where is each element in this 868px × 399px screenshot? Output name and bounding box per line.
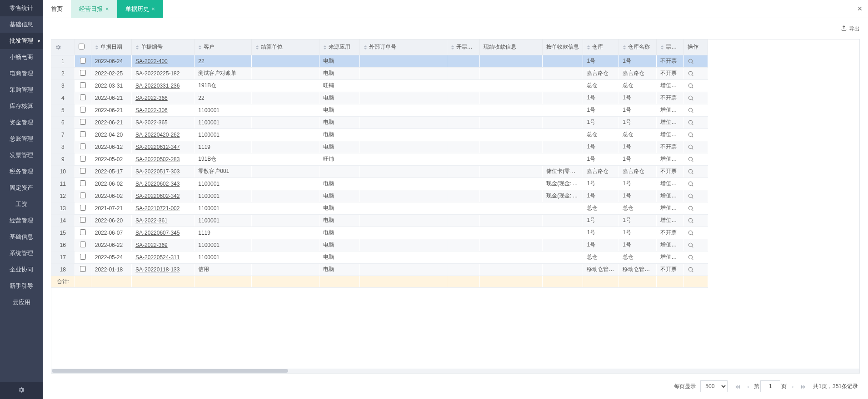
- sidebar-item-12[interactable]: 工资: [0, 196, 43, 212]
- doc-link[interactable]: SA-2022-361: [135, 217, 168, 224]
- table-row[interactable]: 142022-06-20SA-2022-3611100001电脑1号1号增值税专: [51, 214, 708, 227]
- row-checkbox[interactable]: [80, 70, 86, 76]
- table-row[interactable]: 22022-02-25SA-20220225-182测试客户对账单电脑嘉言路仓嘉…: [51, 67, 708, 79]
- row-checkbox[interactable]: [80, 156, 86, 162]
- column-header-ext_order[interactable]: 外部订单号: [360, 39, 447, 55]
- table-row[interactable]: 182022-01-18SA-20220118-133信用电脑移动仓管拣...移…: [51, 263, 708, 276]
- doc-link[interactable]: SA-20220517-303: [135, 168, 180, 175]
- table-row[interactable]: 152022-06-07SA-20220607-3451119电脑1号1号不开票: [51, 227, 708, 239]
- row-checkbox[interactable]: [80, 168, 86, 174]
- column-header-doc_date[interactable]: 单据日期: [91, 39, 131, 55]
- view-row-button[interactable]: [688, 119, 694, 125]
- column-header-doc_no[interactable]: 单据编号: [132, 39, 195, 55]
- table-row[interactable]: 162022-06-22SA-2022-3691100001电脑1号1号增值税专: [51, 239, 708, 251]
- row-checkbox[interactable]: [80, 58, 86, 64]
- table-row[interactable]: 122022-06-02SA-20220602-3421100001电脑现金(现…: [51, 190, 708, 202]
- view-row-button[interactable]: [688, 143, 694, 150]
- row-checkbox[interactable]: [80, 143, 86, 149]
- close-icon[interactable]: ×: [105, 5, 109, 12]
- sidebar-item-11[interactable]: 固定资产: [0, 180, 43, 196]
- doc-link[interactable]: SA-20220602-343: [135, 181, 180, 187]
- sort-icon[interactable]: [255, 45, 259, 49]
- sidebar-item-3[interactable]: 小畅电商: [0, 49, 43, 65]
- next-page-button[interactable]: ›: [788, 381, 798, 391]
- doc-link[interactable]: SA-20220607-345: [135, 230, 180, 236]
- view-row-button[interactable]: [688, 241, 694, 248]
- export-button[interactable]: 导出: [841, 25, 860, 33]
- column-header-src_app[interactable]: 来源应用: [319, 39, 359, 55]
- table-row[interactable]: 62022-06-21SA-2022-3651100001电脑1号1号增值税专: [51, 116, 708, 128]
- tab-2[interactable]: 单据历史×: [117, 0, 164, 18]
- table-row[interactable]: 72022-04-20SA-20220420-2621100001电脑总仓总仓增…: [51, 128, 708, 141]
- row-checkbox[interactable]: [80, 180, 86, 186]
- table-row[interactable]: 52022-06-21SA-2022-3061100001电脑1号1号增值税专: [51, 104, 708, 116]
- sort-icon[interactable]: [198, 45, 202, 49]
- sidebar-item-5[interactable]: 采购管理: [0, 82, 43, 98]
- prev-page-button[interactable]: ‹: [743, 381, 753, 391]
- table-row[interactable]: 42022-06-21SA-2022-36622电脑1号1号不开票: [51, 92, 708, 104]
- view-row-button[interactable]: [688, 107, 694, 113]
- table-row[interactable]: 112022-06-02SA-20220602-3431100001电脑现金(现…: [51, 177, 708, 190]
- row-checkbox[interactable]: [80, 192, 86, 198]
- row-checkbox[interactable]: [80, 254, 86, 260]
- sidebar-item-15[interactable]: 系统管理: [0, 245, 43, 261]
- view-row-button[interactable]: [688, 82, 694, 89]
- select-all-checkbox[interactable]: [79, 44, 85, 49]
- sidebar-item-0[interactable]: 零售统计: [0, 0, 43, 16]
- sidebar-item-16[interactable]: 企业协同: [0, 261, 43, 278]
- doc-link[interactable]: SA-20220524-311: [135, 254, 180, 261]
- tab-1[interactable]: 经营日报×: [71, 0, 117, 18]
- column-header-invoice_date[interactable]: 开票日期: [447, 39, 479, 55]
- horizontal-scrollbar[interactable]: [51, 369, 859, 373]
- doc-link[interactable]: SA-2022-369: [135, 242, 168, 248]
- sidebar-item-6[interactable]: 库存核算: [0, 98, 43, 114]
- view-row-button[interactable]: [688, 192, 694, 199]
- sort-icon[interactable]: [660, 45, 664, 49]
- tab-0[interactable]: 首页: [43, 0, 71, 18]
- view-row-button[interactable]: [688, 229, 694, 236]
- column-header-customer[interactable]: 客户: [195, 39, 252, 55]
- view-row-button[interactable]: [688, 168, 694, 174]
- table-row[interactable]: 132021-07-21SA-20210721-0021100001电脑总仓总仓…: [51, 202, 708, 214]
- table-row[interactable]: 32022-03-31SA-20220331-236191B仓旺铺总仓总仓增值税…: [51, 79, 708, 92]
- sort-icon[interactable]: [135, 45, 139, 49]
- sort-icon[interactable]: [587, 45, 590, 49]
- doc-link[interactable]: SA-20210721-002: [135, 205, 180, 212]
- row-checkbox[interactable]: [80, 217, 86, 223]
- view-row-button[interactable]: [688, 254, 694, 260]
- sidebar-item-17[interactable]: 新手引导: [0, 278, 43, 294]
- sidebar-item-8[interactable]: 总账管理: [0, 131, 43, 147]
- doc-link[interactable]: SA-2022-366: [135, 95, 168, 101]
- sidebar-item-7[interactable]: 资金管理: [0, 114, 43, 131]
- first-page-button[interactable]: ⏮: [732, 381, 742, 391]
- row-checkbox[interactable]: [80, 241, 86, 247]
- doc-link[interactable]: SA-2022-400: [135, 58, 168, 64]
- view-row-button[interactable]: [688, 217, 694, 223]
- view-row-button[interactable]: [688, 94, 694, 101]
- sidebar-item-13[interactable]: 经营管理: [0, 212, 43, 229]
- column-header-cash_info[interactable]: 现结收款信息: [479, 39, 542, 55]
- sidebar-item-1[interactable]: 基础信息: [0, 16, 43, 33]
- page-number-input[interactable]: [760, 380, 780, 392]
- doc-link[interactable]: SA-20220225-182: [135, 70, 180, 77]
- table-row[interactable]: 172022-05-24SA-20220524-3111100001电脑总仓总仓…: [51, 251, 708, 263]
- table-row[interactable]: 82022-06-12SA-20220612-3471119电脑1号1号不开票: [51, 141, 708, 153]
- view-row-button[interactable]: [688, 180, 694, 187]
- row-checkbox[interactable]: [80, 82, 86, 88]
- sidebar-item-9[interactable]: 发票管理: [0, 147, 43, 163]
- sort-icon[interactable]: [364, 45, 367, 49]
- sort-icon[interactable]: [95, 45, 99, 49]
- doc-link[interactable]: SA-20220118-133: [135, 266, 180, 273]
- column-header-by_bill[interactable]: 按单收款信息: [543, 39, 583, 55]
- sidebar-item-10[interactable]: 税务管理: [0, 163, 43, 180]
- doc-link[interactable]: SA-20220602-342: [135, 193, 180, 199]
- row-checkbox[interactable]: [80, 229, 86, 235]
- view-row-button[interactable]: [688, 266, 694, 272]
- row-checkbox[interactable]: [80, 131, 86, 137]
- close-icon[interactable]: ×: [152, 5, 155, 12]
- column-header-settle_unit[interactable]: 结算单位: [251, 39, 319, 55]
- doc-link[interactable]: SA-20220612-347: [135, 144, 180, 150]
- column-header-ops[interactable]: 操作: [683, 39, 708, 55]
- table-row[interactable]: 12022-06-24SA-2022-40022电脑1号1号不开票: [51, 55, 708, 67]
- column-header-warehouse[interactable]: 仓库: [583, 39, 619, 55]
